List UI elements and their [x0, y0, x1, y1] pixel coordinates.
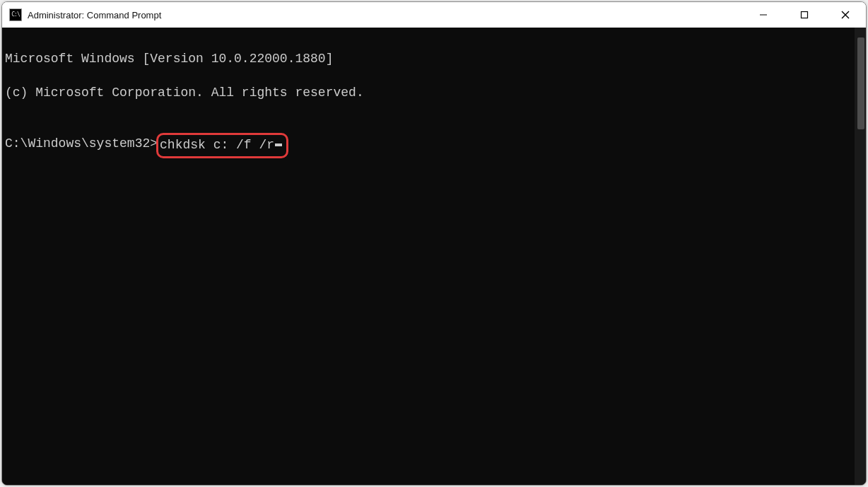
- terminal-output[interactable]: Microsoft Windows [Version 10.0.22000.18…: [2, 28, 855, 485]
- window-title: Administrator: Command Prompt: [28, 10, 161, 20]
- titlebar[interactable]: C:\ Administrator: Command Prompt: [2, 2, 866, 28]
- minimize-button[interactable]: [743, 2, 784, 28]
- cmd-app-icon-glyph: C:\: [11, 12, 19, 18]
- minimize-icon: [759, 11, 768, 19]
- command-prompt-window: C:\ Administrator: Command Prompt Micros…: [1, 1, 867, 486]
- text-cursor: [275, 143, 282, 146]
- close-icon: [841, 11, 850, 19]
- maximize-button[interactable]: [784, 2, 825, 28]
- vertical-scrollbar[interactable]: [855, 28, 866, 485]
- close-button[interactable]: [825, 2, 866, 28]
- typed-command: chkdsk c: /f /r: [160, 136, 274, 153]
- scrollbar-thumb[interactable]: [857, 37, 864, 129]
- highlighted-command-box: chkdsk c: /f /r: [156, 133, 288, 158]
- output-line-version: Microsoft Windows [Version 10.0.22000.18…: [5, 50, 852, 67]
- cmd-app-icon: C:\: [9, 8, 22, 21]
- prompt-path: C:\Windows\system32>: [5, 135, 158, 152]
- maximize-icon: [800, 11, 809, 19]
- output-line-copyright: (c) Microsoft Corporation. All rights re…: [5, 84, 852, 101]
- svg-rect-1: [802, 12, 808, 18]
- terminal-area: Microsoft Windows [Version 10.0.22000.18…: [2, 28, 866, 485]
- prompt-line: C:\Windows\system32>chkdsk c: /f /r: [5, 135, 852, 156]
- window-controls: [743, 2, 866, 28]
